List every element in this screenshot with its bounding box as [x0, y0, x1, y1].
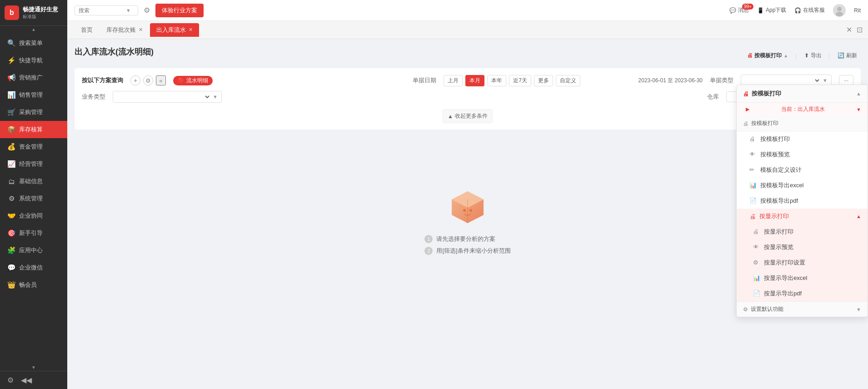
- topbar-search-input[interactable]: [79, 7, 124, 14]
- hint-text-2: 用[筛选]条件来缩小分析范围: [436, 247, 510, 255]
- print-dropdown: 🖨 按模板打印 ▲ ▶ 当前：出入库流水 ▼: [736, 85, 868, 317]
- biz-type-select[interactable]: ▼: [113, 91, 222, 103]
- dropdown-item-display-settings[interactable]: ⚙ 按显示打印设置: [737, 255, 868, 270]
- sidebar-item-marketing[interactable]: 📢 营销推广: [0, 69, 67, 86]
- hint-num-2: 2: [424, 247, 433, 255]
- sidebar-item-wechat[interactable]: 💬 企业微信: [0, 259, 67, 276]
- collapse-conditions-btn[interactable]: ▲ 收起更多条件: [443, 109, 493, 123]
- biz-type-dropdown[interactable]: [117, 93, 211, 100]
- dropdown-item-template-print[interactable]: 🖨 按模板打印: [737, 131, 868, 147]
- date-btn-this-month[interactable]: 本月: [465, 75, 484, 86]
- template-custom-item-label: 模板自定义设计: [760, 166, 858, 174]
- tab-home[interactable]: 首页: [75, 23, 99, 37]
- sidebar-collapse-btn[interactable]: ◀◀: [21, 376, 32, 384]
- refresh-btn[interactable]: 🔄 刷新: [834, 50, 861, 61]
- sidebar-item-sales[interactable]: 📊 销售管理: [0, 86, 67, 104]
- dropdown-item-template-export-pdf[interactable]: 📄 按模板导出pdf: [737, 193, 868, 209]
- sidebar-item-operations[interactable]: 📈 经营管理: [0, 155, 67, 173]
- dropdown-item-display-preview[interactable]: 👁 按显示预览: [737, 239, 868, 255]
- date-btn-custom[interactable]: 自定义: [556, 75, 580, 86]
- template-print-item-label: 按模板打印: [760, 135, 858, 143]
- dropdown-item-display-print[interactable]: 🖨 按显示打印: [737, 224, 868, 239]
- sidebar-item-quick[interactable]: ⚡ 快捷导航: [0, 52, 67, 69]
- app-logo: b 畅捷通好生意 标准版: [0, 0, 67, 26]
- template-excel-item-icon: 📊: [749, 182, 757, 189]
- operations-icon: 📈: [7, 160, 15, 168]
- template-print-item-icon: 🖨: [749, 135, 757, 143]
- dropdown-item-display-export-excel[interactable]: 📊 按显示导出excel: [737, 270, 868, 286]
- template-excel-item-label: 按模板导出excel: [760, 181, 858, 190]
- date-btn-this-year[interactable]: 本年: [487, 75, 506, 86]
- sidebar-scroll-down[interactable]: ▼: [0, 364, 67, 371]
- date-btn-7days[interactable]: 近7天: [509, 75, 531, 86]
- guide-icon: 🎯: [7, 229, 15, 237]
- topbar-gear-icon[interactable]: ⚙: [144, 6, 150, 15]
- sidebar-item-label: 库存核算: [19, 125, 43, 134]
- dropdown-header-chevron-icon[interactable]: ▲: [856, 91, 861, 96]
- sidebar-scroll-up[interactable]: ▲: [0, 26, 67, 33]
- sidebar-item-member[interactable]: 👑 畅会员: [0, 276, 67, 294]
- sidebar-item-label: 销售管理: [19, 91, 43, 99]
- dropdown-item-template-preview[interactable]: 👁 按模板预览: [737, 147, 868, 162]
- online-service-label: 在线客服: [803, 6, 825, 14]
- tab-flow[interactable]: 出入库流水 ✕: [150, 23, 199, 37]
- template-pdf-item-label: 按模板导出pdf: [760, 197, 858, 205]
- biz-type-chevron-icon: ▼: [213, 94, 218, 100]
- hint-text-1: 请先选择要分析的方案: [436, 235, 495, 243]
- tab-flow-close-icon[interactable]: ✕: [189, 27, 193, 33]
- svg-point-2: [836, 12, 843, 16]
- sidebar-item-basic[interactable]: 🗂 基础信息: [0, 173, 67, 190]
- display-pdf-item-label: 按显示导出pdf: [764, 289, 858, 298]
- dropdown-item-template-custom[interactable]: ✏ 模板自定义设计: [737, 162, 868, 178]
- sidebar-item-label: 资金管理: [19, 143, 43, 151]
- biz-type-label: 业务类型: [82, 93, 105, 101]
- print-dropdown-chevron-icon: ▲: [783, 53, 788, 58]
- filter-tag-label: 流水明细: [186, 77, 208, 85]
- sidebar-item-purchase[interactable]: 🛒 采购管理: [0, 104, 67, 121]
- display-section-chevron-icon[interactable]: ▲: [856, 214, 861, 219]
- filter-gear-btn[interactable]: ⚙: [143, 75, 153, 85]
- topbar: ▼ ⚙ 体验行业方案 💬 消息 99+ 📱 App下载 🎧 在线客服: [67, 0, 868, 21]
- sidebar-settings-btn[interactable]: ⚙: [7, 376, 14, 384]
- app-download-button[interactable]: 📱 App下载: [757, 6, 786, 14]
- online-service-button[interactable]: 🎧 在线客服: [794, 6, 825, 14]
- svg-point-7: [463, 209, 466, 212]
- sidebar-item-inventory[interactable]: 📦 库存核算: [0, 121, 67, 138]
- sidebar-item-apps[interactable]: 🧩 应用中心: [0, 242, 67, 259]
- sidebar-item-system[interactable]: ⚙ 系统管理: [0, 190, 67, 207]
- dropdown-current-header: ▶ 当前：出入库流水 ▼: [737, 103, 868, 116]
- date-range: 2023-06-01 至 2023-06-30: [639, 77, 703, 85]
- bill-type-dropdown[interactable]: [745, 77, 821, 84]
- sales-icon: 📊: [7, 91, 15, 99]
- dropdown-footer[interactable]: ⚙ 设置默认功能 ▼: [737, 301, 868, 317]
- app-version: 标准版: [23, 14, 58, 20]
- system-icon: ⚙: [7, 194, 15, 203]
- display-pdf-item-icon: 📄: [753, 290, 760, 297]
- date-btn-more[interactable]: 更多: [534, 75, 553, 86]
- dropdown-item-template-export-excel[interactable]: 📊 按模板导出excel: [737, 178, 868, 193]
- filter-add-btn[interactable]: +: [130, 75, 140, 85]
- trial-button[interactable]: 体验行业方案: [155, 4, 204, 17]
- sidebar-item-coop[interactable]: 🤝 企业协同: [0, 207, 67, 224]
- message-button[interactable]: 💬 消息 99+: [729, 6, 749, 14]
- tab-batch[interactable]: 库存批次账 ✕: [100, 23, 149, 37]
- username-label: Rit: [854, 7, 861, 14]
- filter-tag-shuiming[interactable]: 🔴 流水明细: [173, 76, 213, 85]
- dropdown-item-display-export-pdf[interactable]: 📄 按显示导出pdf: [737, 286, 868, 301]
- tab-batch-close-icon[interactable]: ✕: [139, 27, 143, 33]
- display-section-icon: 🖨: [749, 213, 756, 220]
- dropdown-current-arrow-icon[interactable]: ▼: [856, 107, 861, 112]
- refresh-label: 刷新: [846, 52, 857, 60]
- tab-close-all-btn[interactable]: ✕: [846, 25, 852, 34]
- sidebar-item-search[interactable]: 🔍 搜索菜单: [0, 35, 67, 52]
- sidebar-item-finance[interactable]: 💰 资金管理: [0, 138, 67, 155]
- date-btn-last-month[interactable]: 上月: [444, 75, 463, 86]
- topbar-search-wrapper[interactable]: ▼: [75, 5, 138, 15]
- sidebar-item-guide[interactable]: 🎯 新手引导: [0, 224, 67, 242]
- export-btn[interactable]: ⬆ 导出: [801, 50, 825, 61]
- filter-label: 按以下方案查询: [82, 76, 123, 85]
- tab-maximize-btn[interactable]: ⊡: [857, 25, 863, 34]
- filter-collapse-left-btn[interactable]: «: [156, 75, 166, 85]
- template-print-btn[interactable]: 🖨 按模板打印 ▲: [743, 50, 792, 61]
- sidebar: b 畅捷通好生意 标准版 ▲ 🔍 搜索菜单 ⚡ 快捷导航 📢 营销推广 📊: [0, 0, 67, 389]
